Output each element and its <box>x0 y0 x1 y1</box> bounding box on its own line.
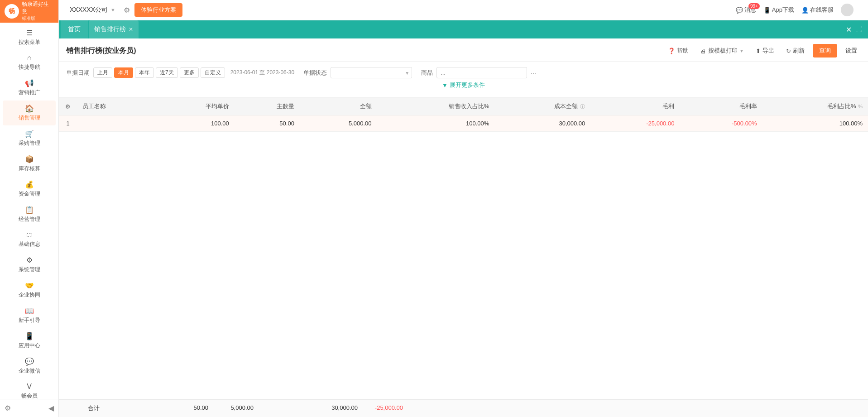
sales-icon: 🏠 <box>25 104 34 113</box>
col-gross: 毛利 <box>590 98 680 115</box>
refresh-btn[interactable]: ↻ 刷新 <box>782 45 808 57</box>
query-btn[interactable]: 查询 <box>813 44 837 58</box>
print-btn[interactable]: 🖨 按模板打印 ▼ <box>697 45 748 57</box>
system-icon: ⚙ <box>26 256 33 264</box>
sidebar-item-guide[interactable]: 📖 新手引导 <box>3 303 56 328</box>
export-btn[interactable]: ⬆ 导出 <box>752 45 778 57</box>
table-header-row: ⚙ 员工名称 平均单价 主数量 全额 销售收入占比% 成本全额 ⓘ 毛利 毛利率… <box>59 98 868 115</box>
date-range-btns: 上月 本月 本年 近7天 更多 自定义 <box>93 67 225 78</box>
page-header: 销售排行榜(按业务员) ❓ 帮助 🖨 按模板打印 ▼ ⬆ 导出 ↻ 刷新 <box>59 38 868 62</box>
sidebar-item-system[interactable]: ⚙ 系统管理 <box>3 252 56 277</box>
guide-icon: 📖 <box>25 307 34 315</box>
date-btn-prev-month[interactable]: 上月 <box>93 67 112 78</box>
sidebar-item-finance[interactable]: 💰 资金管理 <box>3 177 56 201</box>
filter-row-1: 单据日期 上月 本月 本年 近7天 更多 自定义 2023-06-01 至 20… <box>66 67 861 78</box>
cell-avg-price: 100.00 <box>156 115 235 132</box>
sidebar-item-apps[interactable]: 📱 应用中心 <box>3 328 56 353</box>
member-icon: V <box>27 383 32 391</box>
goods-filter: 商品 ··· <box>421 67 536 78</box>
footer-gross: -25,000.00 <box>363 404 408 412</box>
col-gross-ratio: 毛利占比% % <box>762 98 868 115</box>
footer-empty <box>64 404 82 412</box>
sidebar-item-enterprise[interactable]: 🤝 企业协同 <box>3 278 56 302</box>
company-dropdown-icon: ▼ <box>110 7 115 13</box>
topbar: XXXXXX公司 ▼ ⚙ 体验行业方案 💬 消息 99+ 📱 App下载 👤 在… <box>59 0 868 20</box>
message-btn[interactable]: 💬 消息 99+ <box>736 6 756 14</box>
sidebar-item-basicinfo[interactable]: 🗂 基础信息 <box>3 227 56 252</box>
filter-area: 单据日期 上月 本月 本年 近7天 更多 自定义 2023-06-01 至 20… <box>59 62 868 98</box>
search-menu-icon: ☰ <box>26 29 33 37</box>
footer-cost: 30,000.00 <box>313 404 363 412</box>
topbar-right: 💬 消息 99+ 📱 App下载 👤 在线客服 <box>736 4 861 16</box>
help-icon: ❓ <box>668 48 675 54</box>
col-name: 员工名称 <box>77 98 156 115</box>
tabbar-right: ✕ ⛶ <box>846 25 866 34</box>
settings-btn[interactable]: 设置 <box>842 45 861 57</box>
print-dropdown-icon: ▼ <box>739 48 744 53</box>
sidebar-item-wechat[interactable]: 💬 企业微信 <box>3 354 56 379</box>
footer-qty: 50.00 <box>177 404 214 412</box>
sidebar-item-quicknav[interactable]: ⌂ 快捷导航 <box>3 50 56 75</box>
date-filter: 单据日期 上月 本月 本年 近7天 更多 自定义 2023-06-01 至 20… <box>66 67 294 78</box>
logo-icon: 畅 <box>5 4 19 19</box>
gross-ratio-icon: % <box>858 104 863 109</box>
main-area: XXXXXX公司 ▼ ⚙ 体验行业方案 💬 消息 99+ 📱 App下载 👤 在… <box>59 0 868 417</box>
try-industry-btn[interactable]: 体验行业方案 <box>134 3 182 17</box>
col-avg-price: 平均单价 <box>156 98 235 115</box>
enterprise-icon: 🤝 <box>25 281 34 290</box>
cost-info-icon[interactable]: ⓘ <box>580 104 585 109</box>
tab-close-icon[interactable]: ✕ <box>129 26 133 33</box>
page-container: 销售排行榜(按业务员) ❓ 帮助 🖨 按模板打印 ▼ ⬆ 导出 ↻ 刷新 <box>59 38 868 417</box>
date-btn-7days[interactable]: 近7天 <box>156 67 178 78</box>
message-icon: 💬 <box>736 7 743 14</box>
sidebar-item-search[interactable]: ☰ 搜索菜单 <box>3 25 56 50</box>
app-icon: 📱 <box>763 7 771 14</box>
footer-avg-price <box>137 404 177 412</box>
sidebar-item-inventory[interactable]: 📦 库存核算 <box>3 151 56 176</box>
online-service-btn[interactable]: 👤 在线客服 <box>801 6 834 14</box>
sidebar-item-purchase[interactable]: 🛒 采购管理 <box>3 126 56 151</box>
tab-home[interactable]: 首页 <box>61 20 88 38</box>
sidebar-settings-icon[interactable]: ⚙ <box>5 404 11 412</box>
tabbar: 首页 销售排行榜 ✕ ✕ ⛶ <box>59 20 868 38</box>
sidebar-item-sales[interactable]: 🏠 销售管理 <box>3 101 56 125</box>
tab-sales-ranking[interactable]: 销售排行榜 ✕ <box>89 20 139 38</box>
sidebar-nav: ☰ 搜索菜单 ⌂ 快捷导航 📢 营销推广 🏠 销售管理 🛒 采购管理 📦 库存核… <box>0 23 58 399</box>
operations-icon: 📋 <box>25 206 34 214</box>
export-icon: ⬆ <box>756 48 761 54</box>
sidebar-collapse-icon[interactable]: ◀ <box>48 404 54 412</box>
apps-icon: 📱 <box>25 332 34 340</box>
cell-index: 1 <box>59 115 77 132</box>
date-btn-this-year[interactable]: 本年 <box>135 67 154 78</box>
purchase-icon: 🛒 <box>25 129 34 138</box>
date-range-text: 2023-06-01 至 2023-06-30 <box>230 69 294 77</box>
goods-label: 商品 <box>421 69 433 77</box>
tab-close-window-icon[interactable]: ✕ <box>846 25 852 34</box>
date-btn-more[interactable]: 更多 <box>180 67 199 78</box>
sidebar-item-operations[interactable]: 📋 经营管理 <box>3 202 56 227</box>
cell-amount: 5,000.00 <box>300 115 377 132</box>
app-download-btn[interactable]: 📱 App下载 <box>763 6 794 14</box>
page-actions: ❓ 帮助 🖨 按模板打印 ▼ ⬆ 导出 ↻ 刷新 查询 设 <box>664 44 861 58</box>
page-title: 销售排行榜(按业务员) <box>66 46 136 56</box>
sales-table: ⚙ 员工名称 平均单价 主数量 全额 销售收入占比% 成本全额 ⓘ 毛利 毛利率… <box>59 98 868 132</box>
date-btn-this-month[interactable]: 本月 <box>114 67 133 78</box>
wechat-icon: 💬 <box>25 357 34 366</box>
status-select[interactable] <box>331 67 412 78</box>
user-avatar[interactable] <box>841 4 854 16</box>
logo-text: 畅康通好生意 标准版 <box>22 1 54 21</box>
topbar-settings-icon[interactable]: ⚙ <box>124 6 130 14</box>
cell-gross-ratio: 100.00% <box>762 115 868 132</box>
tab-expand-icon[interactable]: ⛶ <box>855 25 863 34</box>
expand-more-btn[interactable]: ▼ 展开更多条件 <box>66 78 861 92</box>
sidebar-item-member[interactable]: V 畅会员 <box>3 379 56 399</box>
goods-input[interactable] <box>436 67 527 78</box>
date-btn-custom[interactable]: 自定义 <box>201 67 225 78</box>
status-filter: 单据状态 ▼ <box>303 67 412 78</box>
table-row: 1 100.00 50.00 5,000.00 100.00% 30,000.0… <box>59 115 868 132</box>
help-btn[interactable]: ❓ 帮助 <box>664 45 692 57</box>
sidebar-item-marketing[interactable]: 📢 营销推广 <box>3 75 56 100</box>
company-selector[interactable]: XXXXXX公司 ▼ <box>66 4 119 16</box>
col-sales-ratio: 销售收入占比% <box>377 98 495 115</box>
home-icon: ⌂ <box>27 54 32 62</box>
